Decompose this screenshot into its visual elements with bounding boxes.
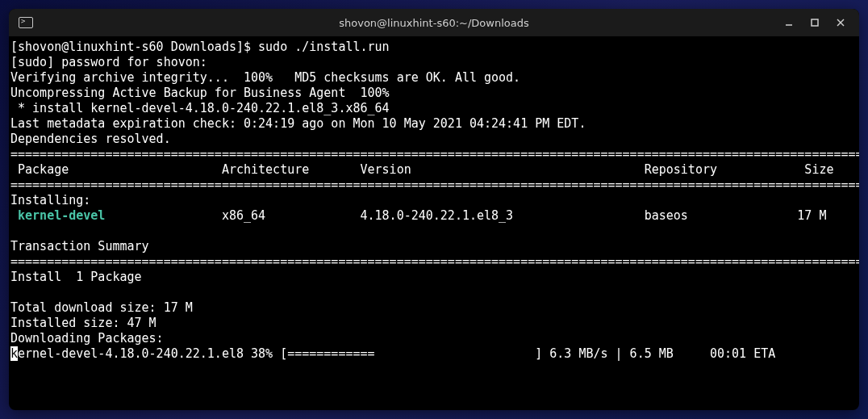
- verify-line: Verifying archive integrity... 100% MD5 …: [10, 70, 520, 85]
- deps-line: Dependencies resolved.: [10, 132, 171, 146]
- metadata-line: Last metadata expiration check: 0:24:19 …: [10, 116, 586, 131]
- package-details: x86_64 4.18.0-240.22.1.el8_3 baseos 17 M: [105, 208, 826, 223]
- total-download-size: Total download size: 17 M: [10, 300, 193, 315]
- download-progress: ernel-devel-4.18.0-240.22.1.el8 38% [===…: [18, 346, 775, 361]
- downloading-label: Downloading Packages:: [10, 331, 164, 346]
- cursor: k: [10, 346, 18, 361]
- terminal-icon: [19, 17, 33, 28]
- install-count: Install 1 Package: [10, 270, 142, 284]
- prompt-line: [shovon@linuxhint-s60 Downloads]$ sudo .…: [10, 40, 390, 54]
- sudo-password-line: [sudo] password for shovon:: [10, 55, 207, 69]
- uncompress-line: Uncompressing Active Backup for Business…: [10, 86, 390, 100]
- close-button[interactable]: [833, 15, 848, 30]
- installing-label: Installing:: [10, 193, 90, 207]
- terminal-output[interactable]: [shovon@linuxhint-s60 Downloads]$ sudo .…: [9, 36, 859, 365]
- installed-size: Installed size: 47 M: [10, 316, 156, 330]
- summary-label: Transaction Summary: [10, 239, 149, 253]
- table-header: Package Architecture Version Repository …: [10, 162, 833, 177]
- titlebar[interactable]: shovon@linuxhint-s60:~/Downloads: [9, 9, 859, 36]
- window-controls: [782, 15, 853, 30]
- svg-rect-1: [812, 19, 818, 26]
- separator-mid: ========================================…: [10, 178, 859, 192]
- install-kernel-line: * install kernel-devel-4.18.0-240.22.1.e…: [10, 101, 390, 115]
- package-name: kernel-devel: [10, 208, 105, 223]
- maximize-button[interactable]: [807, 15, 822, 30]
- minimize-button[interactable]: [782, 15, 796, 30]
- separator-top: ========================================…: [10, 147, 859, 161]
- terminal-window: shovon@linuxhint-s60:~/Downloads [shovon…: [9, 9, 859, 410]
- window-title: shovon@linuxhint-s60:~/Downloads: [339, 17, 529, 29]
- separator-bot: ========================================…: [10, 254, 859, 269]
